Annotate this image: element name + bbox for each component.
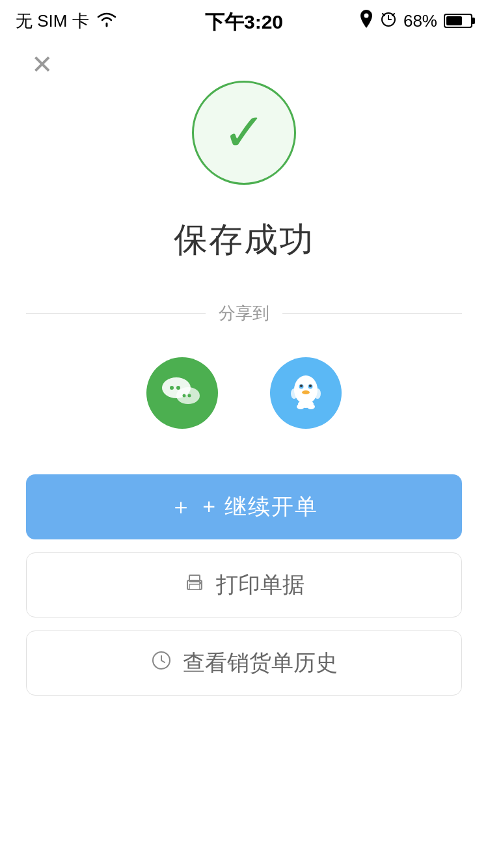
continue-button[interactable]: ＋ + 继续开单: [26, 474, 462, 539]
wifi-icon: [96, 10, 118, 32]
divider-line-right: [282, 313, 462, 314]
close-icon: ✕: [31, 51, 53, 77]
continue-plus-icon: ＋: [170, 492, 192, 522]
svg-point-6: [176, 386, 180, 390]
status-right: 68%: [359, 10, 472, 32]
svg-point-16: [291, 388, 297, 399]
status-time: 下午3:20: [205, 9, 283, 36]
checkmark-icon: ✓: [223, 107, 266, 159]
wechat-share-button[interactable]: [146, 357, 218, 429]
svg-point-20: [307, 404, 315, 409]
main-content: ✓ 保存成功 分享到: [0, 42, 488, 696]
action-buttons: ＋ + 继续开单 打印单据 查看销货单历: [0, 474, 488, 696]
no-sim-text: 无 SIM 卡: [16, 10, 89, 33]
success-title: 保存成功: [174, 217, 314, 263]
battery-percent-text: 68%: [403, 11, 437, 31]
share-section: 分享到: [0, 302, 488, 429]
share-icons: [26, 357, 462, 429]
divider-line-left: [26, 313, 206, 314]
share-label: 分享到: [206, 302, 282, 325]
status-left: 无 SIM 卡: [16, 10, 118, 33]
svg-point-8: [183, 394, 186, 398]
svg-point-10: [294, 375, 318, 404]
success-circle: ✓: [192, 81, 296, 185]
svg-point-0: [364, 14, 368, 18]
svg-point-19: [297, 404, 305, 409]
svg-rect-23: [189, 584, 200, 590]
svg-point-5: [170, 386, 174, 390]
svg-point-17: [314, 388, 321, 399]
alarm-icon: [380, 10, 397, 31]
svg-point-9: [188, 394, 191, 398]
print-button[interactable]: 打印单据: [26, 552, 462, 617]
svg-point-15: [302, 390, 310, 394]
svg-point-13: [300, 385, 303, 387]
continue-label: + 继续开单: [202, 492, 318, 522]
history-label: 查看销货单历史: [183, 648, 338, 678]
battery-icon: [444, 14, 472, 28]
location-icon: [359, 10, 373, 32]
history-button[interactable]: 查看销货单历史: [26, 631, 462, 696]
history-icon: [150, 649, 172, 677]
status-bar: 无 SIM 卡 下午3:20 68%: [0, 0, 488, 42]
svg-point-24: [199, 582, 202, 584]
print-icon: [183, 571, 206, 599]
share-divider: 分享到: [26, 302, 462, 325]
qq-share-button[interactable]: [270, 357, 342, 429]
svg-point-14: [309, 385, 312, 387]
print-label: 打印单据: [216, 570, 305, 600]
close-button[interactable]: ✕: [26, 48, 59, 81]
